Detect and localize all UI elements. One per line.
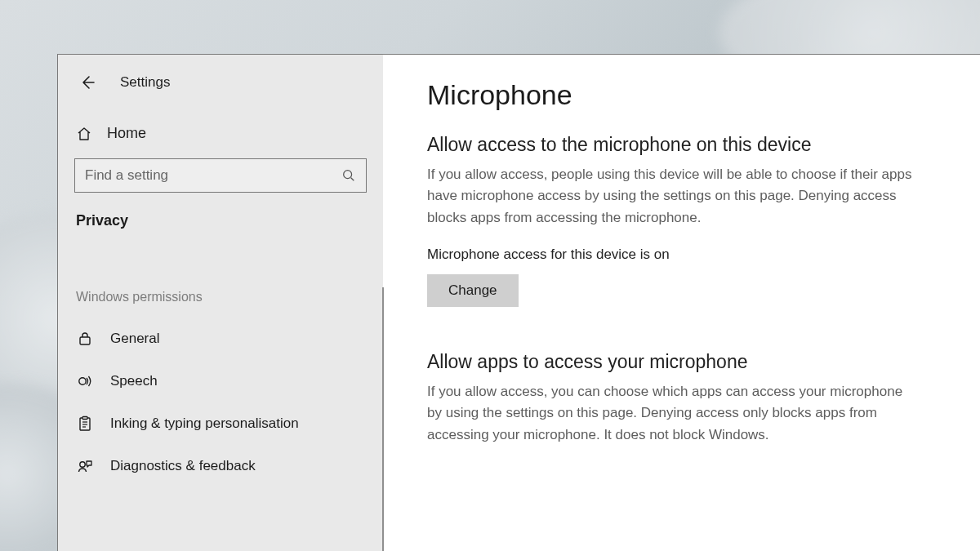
speech-icon xyxy=(76,373,94,389)
current-section-label: Privacy xyxy=(58,207,383,254)
device-access-status: Microphone access for this device is on xyxy=(427,247,936,263)
section-device-access-desc: If you allow access, people using this d… xyxy=(427,164,917,229)
svg-point-0 xyxy=(344,171,352,179)
nav-item-label: Speech xyxy=(110,373,158,389)
change-button[interactable]: Change xyxy=(427,274,519,307)
home-icon xyxy=(76,126,92,142)
search-box[interactable] xyxy=(74,158,367,193)
nav-item-general[interactable]: General xyxy=(58,318,383,360)
settings-window: Settings Home Privacy Windows permission… xyxy=(57,54,980,551)
search-container xyxy=(58,158,383,207)
sidebar-scrollbar[interactable] xyxy=(382,287,384,551)
svg-line-1 xyxy=(351,178,354,181)
nav-item-speech[interactable]: Speech xyxy=(58,360,383,402)
nav-item-label: Inking & typing personalisation xyxy=(110,415,299,432)
clipboard-icon xyxy=(76,415,94,432)
nav-group-header: Windows permissions xyxy=(58,254,383,318)
nav-item-diagnostics[interactable]: Diagnostics & feedback xyxy=(58,445,383,487)
nav-item-label: Diagnostics & feedback xyxy=(110,458,256,474)
content-area: Microphone Allow access to the microphon… xyxy=(383,55,980,551)
section-app-access-heading: Allow apps to access your microphone xyxy=(427,351,936,373)
sidebar: Settings Home Privacy Windows permission… xyxy=(58,55,383,551)
section-device-access-heading: Allow access to the microphone on this d… xyxy=(427,134,936,156)
search-input[interactable] xyxy=(85,167,335,184)
arrow-left-icon xyxy=(79,74,96,91)
svg-rect-2 xyxy=(80,337,90,344)
app-title: Settings xyxy=(120,74,170,91)
svg-point-3 xyxy=(79,378,86,384)
back-button[interactable] xyxy=(74,69,100,96)
nav-item-label: General xyxy=(110,331,159,347)
nav-home-label: Home xyxy=(107,125,146,142)
nav-home[interactable]: Home xyxy=(58,115,383,158)
nav-item-inking[interactable]: Inking & typing personalisation xyxy=(58,402,383,445)
page-title: Microphone xyxy=(427,79,936,111)
search-icon xyxy=(341,168,356,183)
svg-point-9 xyxy=(80,462,85,467)
section-app-access-desc: If you allow access, you can choose whic… xyxy=(427,381,917,446)
feedback-icon xyxy=(76,458,94,474)
lock-icon xyxy=(76,331,94,347)
svg-rect-5 xyxy=(82,417,87,420)
title-bar: Settings xyxy=(58,66,383,115)
